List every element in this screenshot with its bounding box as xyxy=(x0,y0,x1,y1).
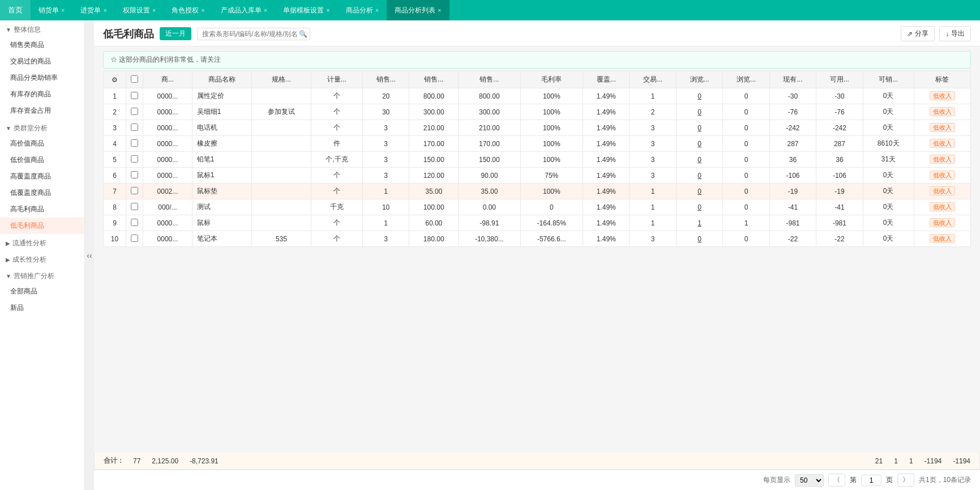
row-checkbox[interactable] xyxy=(131,108,138,115)
next-page-btn[interactable]: 〉 xyxy=(897,474,914,487)
th-browse1[interactable]: 浏览... xyxy=(676,71,722,88)
share-button[interactable]: ⇗ 分享 xyxy=(901,26,935,41)
cell-browse1[interactable]: 1 xyxy=(676,215,722,231)
cell-check[interactable] xyxy=(126,215,143,231)
cell-browse2: 0 xyxy=(723,152,769,168)
search-input[interactable] xyxy=(197,28,310,40)
row-checkbox[interactable] xyxy=(131,123,138,131)
sidebar-item-high-coverage[interactable]: 高覆盖度商品 xyxy=(0,168,84,185)
nav-template[interactable]: 单据模板设置 × xyxy=(275,0,337,20)
cell-check[interactable] xyxy=(126,120,143,136)
th-tag[interactable]: 标签 xyxy=(914,71,970,88)
row-checkbox[interactable] xyxy=(131,92,138,99)
cell-trade: 3 xyxy=(630,168,676,184)
sidebar-item-all-goods[interactable]: 全部商品 xyxy=(0,283,84,300)
sidebar-item-high-value[interactable]: 高价值商品 xyxy=(0,135,84,152)
cell-browse1[interactable]: 0 xyxy=(676,168,722,184)
sidebar-item-new-goods[interactable]: 新品 xyxy=(0,300,84,316)
th-unit[interactable]: 计量... xyxy=(311,71,362,88)
nav-stock-in[interactable]: 产成品入库单 × xyxy=(213,0,275,20)
cell-browse1[interactable]: 0 xyxy=(676,199,722,215)
nav-analysis-close[interactable]: × xyxy=(375,7,379,14)
th-code[interactable]: 商... xyxy=(143,71,192,88)
nav-purchase-close[interactable]: × xyxy=(103,7,106,14)
sidebar-section-growth[interactable]: ▶ 成长性分析 xyxy=(0,250,84,267)
cell-browse1[interactable]: 0 xyxy=(676,88,722,104)
cell-browse1[interactable]: 0 xyxy=(676,136,722,152)
cell-check[interactable] xyxy=(126,88,143,104)
th-spec[interactable]: 规格... xyxy=(251,71,311,88)
cell-check[interactable] xyxy=(126,104,143,120)
th-gross-rate[interactable]: 毛利率 xyxy=(520,71,583,88)
cell-trade: 1 xyxy=(630,199,676,215)
cell-check[interactable] xyxy=(126,231,143,247)
th-qty[interactable]: 销售... xyxy=(362,71,409,88)
cell-spec xyxy=(251,168,311,184)
nav-stock-in-close[interactable]: × xyxy=(264,7,267,14)
sidebar-item-low-coverage[interactable]: 低覆盖度商品 xyxy=(0,185,84,201)
row-checkbox[interactable] xyxy=(131,219,138,226)
sidebar-item-sales-goods[interactable]: 销售类商品 xyxy=(0,37,84,53)
nav-roles-close[interactable]: × xyxy=(201,7,204,14)
cell-check[interactable] xyxy=(126,152,143,168)
export-button[interactable]: ↓ 导出 xyxy=(939,26,971,41)
nav-purchase[interactable]: 进货单 × xyxy=(72,0,114,20)
cell-browse1[interactable]: 0 xyxy=(676,104,722,120)
sidebar-section-marketing[interactable]: ▼ 营销推广分析 xyxy=(0,267,84,283)
cell-check[interactable] xyxy=(126,184,143,199)
row-checkbox[interactable] xyxy=(131,171,138,178)
cell-browse1[interactable]: 0 xyxy=(676,231,722,247)
th-trade[interactable]: 交易... xyxy=(630,71,676,88)
sidebar-item-category-rate[interactable]: 商品分类助销率 xyxy=(0,70,84,86)
nav-analysis-list[interactable]: 商品分析列表 × xyxy=(387,0,449,20)
sidebar-item-low-margin[interactable]: 低毛利商品 xyxy=(0,218,84,234)
th-margin[interactable]: 覆盖... xyxy=(583,71,630,88)
cell-browse1[interactable]: 0 xyxy=(676,120,722,136)
cell-check[interactable] xyxy=(126,199,143,215)
page-size-select[interactable]: 50 100 200 xyxy=(795,474,824,487)
cell-check[interactable] xyxy=(126,168,143,184)
sidebar-item-in-stock[interactable]: 有库存的商品 xyxy=(0,86,84,103)
th-name[interactable]: 商品名称 xyxy=(192,71,251,88)
th-checkbox[interactable] xyxy=(126,71,143,88)
nav-perms[interactable]: 权限设置 × xyxy=(115,0,164,20)
cell-unit: 个 xyxy=(311,184,362,199)
nav-analysis-list-close[interactable]: × xyxy=(438,7,441,14)
cell-browse1[interactable]: 0 xyxy=(676,152,722,168)
nav-sales[interactable]: 销货单 × xyxy=(31,0,72,20)
time-filter-button[interactable]: 近一月 xyxy=(160,27,191,40)
nav-analysis[interactable]: 商品分析 × xyxy=(338,0,387,20)
sidebar-section-overall[interactable]: ▼ 整体信息 xyxy=(0,20,84,37)
row-checkbox[interactable] xyxy=(131,235,138,242)
sidebar-item-stock-funds[interactable]: 库存资金占用 xyxy=(0,103,84,119)
nav-sales-close[interactable]: × xyxy=(61,7,65,14)
nav-roles[interactable]: 角色授权 × xyxy=(164,0,212,20)
prev-page-btn[interactable]: 〈 xyxy=(828,474,845,487)
th-saleable[interactable]: 可销... xyxy=(863,71,914,88)
sidebar-section-flow[interactable]: ▶ 流通性分析 xyxy=(0,234,84,250)
nav-home[interactable]: 首页 xyxy=(0,0,31,20)
sidebar-item-low-value[interactable]: 低价值商品 xyxy=(0,152,84,168)
page-input[interactable] xyxy=(861,475,881,486)
sidebar-collapse-btn[interactable]: ‹‹ xyxy=(85,20,94,490)
search-icon[interactable]: 🔍 xyxy=(299,30,307,38)
th-browse2[interactable]: 浏览... xyxy=(723,71,769,88)
nav-perms-close[interactable]: × xyxy=(152,7,156,14)
cell-seq: 8 xyxy=(104,199,126,215)
cell-browse1[interactable]: 0 xyxy=(676,184,722,199)
sidebar-item-high-margin[interactable]: 高毛利商品 xyxy=(0,201,84,218)
th-settings[interactable]: ⚙ xyxy=(104,71,126,88)
row-checkbox[interactable] xyxy=(131,187,138,194)
th-available[interactable]: 可用... xyxy=(816,71,863,88)
cell-check[interactable] xyxy=(126,136,143,152)
row-checkbox[interactable] xyxy=(131,203,138,210)
row-checkbox[interactable] xyxy=(131,155,138,163)
row-checkbox[interactable] xyxy=(131,139,138,147)
th-current[interactable]: 现有... xyxy=(769,71,816,88)
th-amount[interactable]: 销售... xyxy=(459,71,520,88)
select-all-checkbox[interactable] xyxy=(131,75,138,83)
sidebar-item-traded-goods[interactable]: 交易过的商品 xyxy=(0,53,84,70)
sidebar-section-group[interactable]: ▼ 类群堂分析 xyxy=(0,119,84,135)
nav-template-close[interactable]: × xyxy=(326,7,329,14)
th-price[interactable]: 销售... xyxy=(409,71,459,88)
